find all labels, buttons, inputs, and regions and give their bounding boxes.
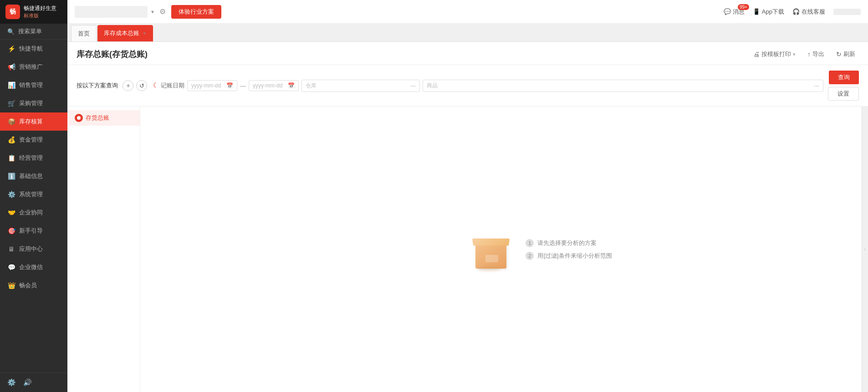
- sidebar-item-management[interactable]: 📋 经营管理: [0, 149, 67, 167]
- date-start-input[interactable]: yyyy-mm-dd 📅: [187, 80, 237, 91]
- print-icon: 🖨: [753, 51, 760, 58]
- phone-icon: 📱: [753, 8, 760, 15]
- box-lid: [472, 238, 510, 245]
- sidebar-logo: 畅 畅捷通好生意 标准版: [0, 0, 67, 24]
- export-icon: ↑: [807, 51, 811, 58]
- scheme-icon: [75, 114, 83, 122]
- tabbar: 首页 库存成本总账 ×: [67, 24, 868, 42]
- wechat-icon: 💬: [7, 263, 15, 271]
- sidebar-item-app-center[interactable]: 🖥 应用中心: [0, 240, 67, 258]
- calendar-end-icon[interactable]: 📅: [288, 82, 295, 89]
- right-panel[interactable]: ›: [862, 107, 868, 392]
- scheme-item-ledger[interactable]: 存货总账: [67, 110, 140, 126]
- online-service-btn[interactable]: 🎧 在线客服: [792, 8, 825, 16]
- goods-input[interactable]: 商品 ···: [423, 80, 823, 92]
- empty-illustration: [469, 227, 515, 272]
- sales-icon: 📊: [7, 81, 15, 89]
- trial-btn[interactable]: 体验行业方案: [171, 5, 221, 19]
- sidebar: 畅 畅捷通好生意 标准版 🔍 搜索菜单 ⚡ 快捷导航 📢 营销推广 📊 销售管理…: [0, 0, 67, 392]
- sidebar-item-marketing[interactable]: 📢 营销推广: [0, 58, 67, 76]
- finance-icon: 💰: [7, 136, 15, 144]
- system-icon: ⚙️: [7, 190, 15, 199]
- refresh-btn[interactable]: ↻ 刷新: [832, 48, 859, 60]
- date-end-input[interactable]: yyyy-mm-dd 📅: [249, 80, 299, 91]
- basic-info-icon: ℹ️: [7, 172, 15, 180]
- empty-hint-2: 2 用[过滤]条件来缩小分析范围: [526, 252, 612, 260]
- tab-inventory-ledger[interactable]: 库存成本总账 ×: [97, 25, 153, 41]
- empty-state: 1 请先选择要分析的方案 2 用[过滤]条件来缩小分析范围: [213, 107, 868, 392]
- goods-more-icon[interactable]: ···: [814, 82, 819, 89]
- tab-home[interactable]: 首页: [71, 25, 97, 41]
- headset-icon: 🎧: [792, 8, 800, 15]
- date-label: 记账日期: [161, 81, 184, 90]
- user-name: [833, 9, 861, 15]
- topbar: ▾ ⚙ 体验行业方案 💬 消息 99+ 📱 App下载 🎧 在线客服: [67, 0, 868, 24]
- audio-icon[interactable]: 🔊: [23, 378, 32, 387]
- member-icon: 👑: [7, 281, 15, 290]
- filter-add-icon[interactable]: ＋: [123, 80, 133, 91]
- filter-settings-btn[interactable]: 设置: [828, 87, 859, 101]
- sidebar-item-sales[interactable]: 📊 销售管理: [0, 76, 67, 94]
- date-separator: —: [240, 82, 246, 89]
- filter-label: 按以下方案查询: [77, 81, 118, 90]
- settings-bottom-icon[interactable]: ⚙️: [7, 378, 16, 387]
- sidebar-item-beginner[interactable]: 🎯 新手引导: [0, 222, 67, 240]
- warehouse-input[interactable]: 仓库 ···: [301, 80, 420, 92]
- sidebar-item-system[interactable]: ⚙️ 系统管理: [0, 185, 67, 204]
- page-header: 库存总账(存货总账) 🖨 按模板打印 ▾ ↑ 导出 ↻ 刷新: [67, 42, 868, 65]
- search-btn[interactable]: 查询: [829, 71, 859, 84]
- warehouse-more-icon[interactable]: ···: [410, 82, 416, 89]
- scheme-sidebar: 存货总账: [67, 107, 140, 392]
- sidebar-item-quick-nav[interactable]: ⚡ 快捷导航: [0, 40, 67, 58]
- messages-btn[interactable]: 💬 消息 99+: [724, 8, 745, 16]
- logo-icon: 畅: [5, 5, 20, 19]
- box-shadow: [478, 267, 501, 270]
- filter-fields: 记账日期 yyyy-mm-dd 📅 — yyyy-mm-dd 📅 仓库 ··· …: [161, 80, 823, 92]
- print-chevron-icon: ▾: [793, 51, 796, 57]
- page-title: 库存总账(存货总账): [77, 49, 148, 60]
- sidebar-item-finance[interactable]: 💰 资金管理: [0, 131, 67, 149]
- nav-placeholder: [75, 6, 148, 18]
- app-download-btn[interactable]: 📱 App下载: [753, 8, 784, 16]
- topbar-gear-icon[interactable]: ⚙: [158, 5, 168, 18]
- filter-actions: 查询 设置: [828, 71, 859, 101]
- topbar-right: 💬 消息 99+ 📱 App下载 🎧 在线客服: [724, 8, 861, 16]
- marketing-icon: 📢: [7, 63, 15, 71]
- page-header-actions: 🖨 按模板打印 ▾ ↑ 导出 ↻ 刷新: [750, 48, 859, 60]
- refresh-icon: ↻: [836, 51, 842, 58]
- sidebar-item-enterprise[interactable]: 🤝 企业协同: [0, 204, 67, 222]
- empty-hint-1: 1 请先选择要分析的方案: [526, 239, 612, 247]
- sidebar-item-member[interactable]: 👑 畅会员: [0, 276, 67, 295]
- enterprise-icon: 🤝: [7, 209, 15, 217]
- management-icon: 📋: [7, 154, 15, 162]
- tab-close-icon[interactable]: ×: [142, 30, 147, 37]
- message-icon: 💬: [724, 8, 731, 15]
- sidebar-item-purchase[interactable]: 🛒 采购管理: [0, 94, 67, 112]
- export-btn[interactable]: ↑ 导出: [804, 48, 828, 60]
- calendar-start-icon[interactable]: 📅: [226, 82, 233, 89]
- quick-nav-icon: ⚡: [7, 45, 15, 53]
- purchase-icon: 🛒: [7, 99, 15, 107]
- sidebar-nav: 🔍 搜索菜单 ⚡ 快捷导航 📢 营销推广 📊 销售管理 🛒 采购管理 📦 库存核…: [0, 24, 67, 372]
- sidebar-item-search[interactable]: 🔍 搜索菜单: [0, 24, 67, 40]
- sidebar-item-wechat[interactable]: 💬 企业微信: [0, 258, 67, 276]
- search-icon: 🔍: [7, 28, 15, 35]
- main-container: ▾ ⚙ 体验行业方案 💬 消息 99+ 📱 App下载 🎧 在线客服 首页: [67, 0, 868, 392]
- logo-text: 畅捷通好生意 标准版: [24, 5, 56, 19]
- sidebar-item-basic-info[interactable]: ℹ️ 基础信息: [0, 167, 67, 185]
- sidebar-item-inventory[interactable]: 📦 库存核算: [0, 112, 67, 131]
- chevron-down-icon: ▾: [151, 9, 154, 15]
- empty-text-area: 1 请先选择要分析的方案 2 用[过滤]条件来缩小分析范围: [526, 239, 612, 260]
- filter-collapse-icon[interactable]: 《: [150, 81, 156, 90]
- filter-refresh-icon[interactable]: ↺: [136, 80, 147, 91]
- breadcrumb-area: ▾ ⚙ 体验行业方案: [75, 5, 719, 19]
- content-body: 存货总账 1 请先选择要分析的方案: [67, 107, 868, 392]
- inventory-icon: 📦: [7, 117, 15, 126]
- print-btn[interactable]: 🖨 按模板打印 ▾: [750, 48, 799, 60]
- box-face: [485, 255, 498, 262]
- svg-point-0: [77, 116, 81, 120]
- filter-area: 按以下方案查询 ＋ ↺ 《 记账日期 yyyy-mm-dd 📅 — yyyy-m…: [67, 65, 868, 107]
- filter-add-btns: ＋ ↺ 《: [123, 80, 156, 91]
- sidebar-bottom: ⚙️ 🔊: [0, 372, 67, 392]
- beginner-icon: 🎯: [7, 227, 15, 235]
